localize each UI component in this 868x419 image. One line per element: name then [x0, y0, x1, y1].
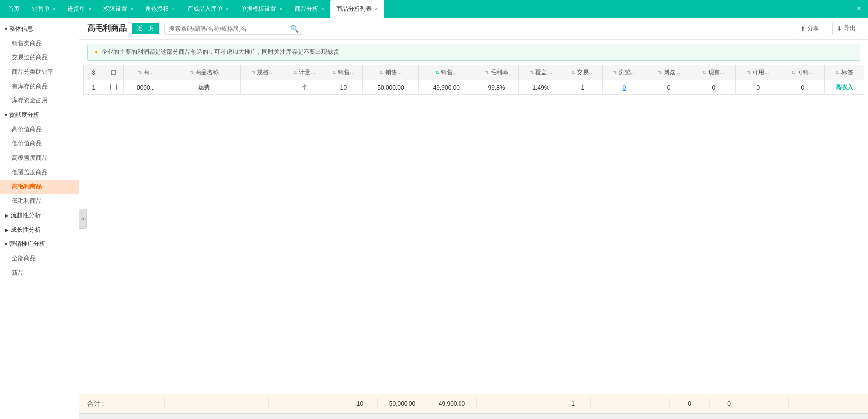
footer-cell-tag — [788, 398, 823, 409]
main-area: ▾ 整体信息 销售类商品 交易过的商品 商品分类助销率 有库存的商品 库存资金占… — [0, 18, 868, 419]
sidebar-group-trend[interactable]: ▶ 流趋性分析 — [0, 208, 79, 223]
row-sale-amt1: 50,000.00 — [363, 80, 418, 95]
tab-analysis[interactable]: 商品分析 × — [289, 0, 330, 18]
page-title: 高毛利商品 — [87, 23, 127, 34]
col-sale-amt2[interactable]: ⇅ 销售... — [418, 65, 474, 80]
close-icon[interactable]: × — [172, 6, 175, 12]
sidebar-group-contribution[interactable]: ▾ 贡献度分析 — [0, 108, 79, 122]
col-spec[interactable]: ⇅ 规格... — [240, 65, 285, 80]
sidebar-item-sales-goods[interactable]: 销售类商品 — [0, 36, 79, 50]
sidebar-group-overall[interactable]: ▾ 整体信息 — [0, 22, 79, 36]
search-icon[interactable]: 🔍 — [290, 25, 299, 33]
row-coverage: 1.49% — [518, 80, 563, 95]
col-sale-amt1[interactable]: ⇅ 销售... — [363, 65, 418, 80]
col-unit[interactable]: ⇅ 计量... — [285, 65, 324, 80]
footer-cell-available: 0 — [709, 398, 749, 409]
close-icon[interactable]: × — [52, 6, 55, 12]
sidebar-item-new-goods[interactable]: 新品 — [0, 266, 79, 280]
row-available: 0 — [736, 80, 780, 95]
footer-cell-coverage — [516, 398, 556, 409]
footer-cell-trade: 1 — [556, 398, 590, 409]
sidebar-item-high-value[interactable]: 高价值商品 — [0, 122, 79, 137]
row-name: 运费 — [168, 80, 240, 95]
footer-cell-1 — [147, 398, 164, 409]
table-row: 1 0000... 运费 个 10 50,000.00 49,900.00 99… — [84, 80, 864, 95]
col-trade[interactable]: ⇅ 交易... — [563, 65, 602, 80]
col-available[interactable]: ⇅ 可用... — [736, 65, 780, 80]
col-qty[interactable]: ⇅ 销售... — [324, 65, 363, 80]
export-icon: ⬇ — [837, 25, 842, 32]
footer-cell-qty: 10 — [343, 398, 377, 409]
tab-inbound[interactable]: 产成品入库单 × — [181, 0, 235, 18]
col-code[interactable]: ⇅ 商... — [123, 65, 168, 80]
export-button[interactable]: ⬇ 导出 — [832, 22, 860, 35]
content-area: « 高毛利商品 近一月 🔍 ⬆ 分享 ⬇ 导出 ✦ 企业的主要的利润都是这部分商… — [79, 18, 868, 419]
tab-sales[interactable]: 销售单 × — [26, 0, 61, 18]
sidebar-item-stock-capital[interactable]: 库存资金占用 — [0, 93, 79, 108]
close-all-button[interactable]: × — [852, 4, 866, 13]
col-settings[interactable]: ⚙ — [84, 65, 103, 80]
sidebar-group-growth[interactable]: ▶ 成长性分析 — [0, 223, 79, 237]
row-sale-amt2: 49,900.00 — [418, 80, 474, 95]
row-browse2: 0 — [647, 80, 691, 95]
sidebar-item-traded-goods[interactable]: 交易过的商品 — [0, 50, 79, 65]
footer-cell-current: 0 — [669, 398, 709, 409]
sidebar-item-in-stock[interactable]: 有库存的商品 — [0, 79, 79, 93]
tab-permission[interactable]: 权限设置 × — [98, 0, 139, 18]
share-button[interactable]: ⬆ 分享 — [796, 22, 823, 35]
sidebar-group-marketing[interactable]: ▾ 营销推广分析 — [0, 237, 79, 251]
search-input[interactable] — [169, 25, 290, 32]
close-icon[interactable]: × — [130, 6, 133, 12]
info-bar: ✦ 企业的主要的利润都是这部分商品创造的，可考虑加大推广，同时关注库存是不要出现… — [87, 44, 860, 61]
col-browse2[interactable]: ⇅ 浏览... — [647, 65, 691, 80]
row-spec — [240, 80, 285, 95]
close-icon[interactable]: × — [226, 6, 229, 12]
sidebar-item-category-rate[interactable]: 商品分类助销率 — [0, 65, 79, 79]
tab-home[interactable]: 首页 — [2, 0, 26, 18]
tab-analysis-list[interactable]: 商品分析列表 × — [330, 0, 384, 18]
top-nav: 首页 销售单 × 进货单 × 权限设置 × 角色授权 × 产成品入库单 × 单据… — [0, 0, 868, 18]
close-icon[interactable]: × — [88, 6, 91, 12]
col-browse1[interactable]: ⇅ 浏览... — [602, 65, 647, 80]
table-container: ⚙ ☐ ⇅ 商... ⇅ 商品名称 ⇅ 规格... ⇅ 计量... ⇅ 销售..… — [79, 65, 868, 394]
sidebar-item-low-value[interactable]: 低价值商品 — [0, 137, 79, 151]
table-footer: 合计： 10 50,000.00 49,900.00 1 0 0 — [79, 394, 868, 413]
search-box: 🔍 — [164, 23, 303, 35]
tab-role[interactable]: 角色授权 × — [139, 0, 181, 18]
row-current: 0 — [691, 80, 736, 95]
sidebar-item-low-coverage[interactable]: 低覆盖度商品 — [0, 165, 79, 180]
footer-cell-2 — [164, 398, 204, 409]
footer-cell-gross — [476, 398, 516, 409]
close-icon[interactable]: × — [279, 6, 282, 12]
col-coverage[interactable]: ⇅ 覆盖... — [518, 65, 563, 80]
col-tag[interactable]: ⇅ 标签 — [825, 65, 864, 80]
col-saleable[interactable]: ⇅ 可销... — [780, 65, 825, 80]
col-gross-rate[interactable]: ⇅ 毛利率 — [474, 65, 519, 80]
col-name[interactable]: ⇅ 商品名称 — [168, 65, 240, 80]
close-icon[interactable]: × — [375, 6, 378, 12]
col-current[interactable]: ⇅ 现有... — [691, 65, 736, 80]
row-checkbox[interactable] — [103, 80, 123, 95]
footer-cell-browse2 — [630, 398, 669, 409]
browse1-link[interactable]: 0 — [623, 84, 626, 91]
footer-cell-browse1 — [590, 398, 630, 409]
sidebar-item-low-margin[interactable]: 低毛利商品 — [0, 194, 79, 208]
col-checkbox[interactable]: ☐ — [103, 65, 123, 80]
row-saleable: 0 — [780, 80, 825, 95]
row-browse1[interactable]: 0 — [602, 80, 647, 95]
tab-template[interactable]: 单据模板设置 × — [235, 0, 288, 18]
tab-purchase[interactable]: 进货单 × — [61, 0, 97, 18]
sidebar-item-high-margin[interactable]: 高毛利商品 — [0, 180, 79, 194]
footer-cell-3 — [204, 398, 268, 409]
close-icon[interactable]: × — [321, 6, 324, 12]
sidebar-collapse-button[interactable]: « — [79, 209, 87, 229]
horizontal-scrollbar[interactable] — [79, 413, 868, 419]
row-checkbox-input[interactable] — [110, 84, 117, 90]
period-button[interactable]: 近一月 — [132, 23, 159, 34]
sidebar-item-high-coverage[interactable]: 高覆盖度商品 — [0, 151, 79, 165]
data-table: ⚙ ☐ ⇅ 商... ⇅ 商品名称 ⇅ 规格... ⇅ 计量... ⇅ 销售..… — [83, 65, 864, 95]
footer-label: 合计： — [87, 399, 147, 408]
row-gross-rate: 99.8% — [474, 80, 519, 95]
sidebar-item-all-goods[interactable]: 全部商品 — [0, 251, 79, 266]
row-tag: 高收入 — [825, 80, 864, 95]
